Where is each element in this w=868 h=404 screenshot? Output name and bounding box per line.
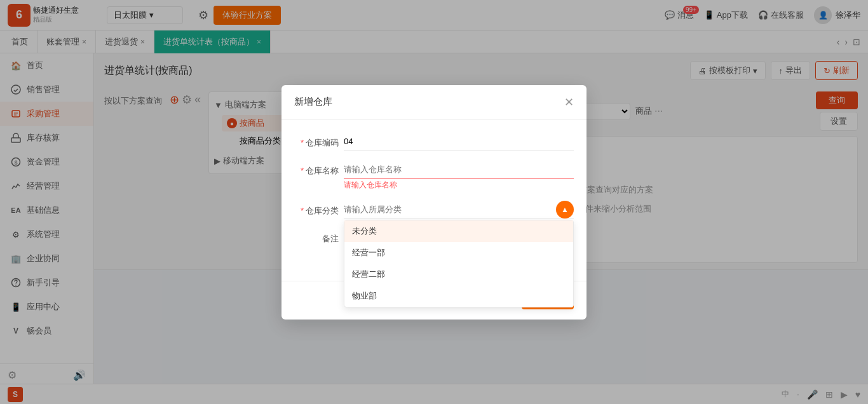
code-input[interactable] (344, 133, 574, 151)
form-row-code: 仓库编码 (294, 133, 574, 151)
note-label: 备注 (294, 229, 339, 245)
name-error-tip: 请输入仓库名称 (344, 180, 574, 191)
form-row-category: 仓库分类 ▲ 未分类 经营一部 经营二部 物业部 (294, 201, 574, 219)
modal-body: 仓库编码 仓库名称 请输入仓库名称 仓库分类 ▲ (281, 120, 587, 281)
category-toggle-btn[interactable]: ▲ (556, 201, 574, 219)
category-option-0[interactable]: 未分类 (344, 220, 573, 242)
modal-overlay[interactable]: 新增仓库 ✕ 仓库编码 仓库名称 请输入仓库名称 仓库分类 (0, 0, 868, 404)
modal-close-btn[interactable]: ✕ (564, 95, 574, 109)
modal-title: 新增仓库 (294, 96, 332, 108)
name-input-wrap: 请输入仓库名称 (344, 161, 574, 191)
category-option-3[interactable]: 物业部 (344, 285, 573, 307)
category-input[interactable] (344, 201, 574, 219)
modal-header: 新增仓库 ✕ (281, 85, 587, 120)
category-option-1[interactable]: 经营一部 (344, 242, 573, 264)
category-label: 仓库分类 (294, 201, 339, 217)
code-input-wrap (344, 133, 574, 151)
name-label: 仓库名称 (294, 161, 339, 177)
form-row-name: 仓库名称 请输入仓库名称 (294, 161, 574, 191)
code-label: 仓库编码 (294, 133, 339, 149)
category-input-wrap: ▲ 未分类 经营一部 经营二部 物业部 (344, 201, 574, 219)
name-input[interactable] (344, 161, 574, 178)
new-warehouse-modal: 新增仓库 ✕ 仓库编码 仓库名称 请输入仓库名称 仓库分类 (281, 85, 587, 320)
category-option-2[interactable]: 经营二部 (344, 264, 573, 285)
category-dropdown: 未分类 经营一部 经营二部 物业部 (344, 220, 574, 307)
